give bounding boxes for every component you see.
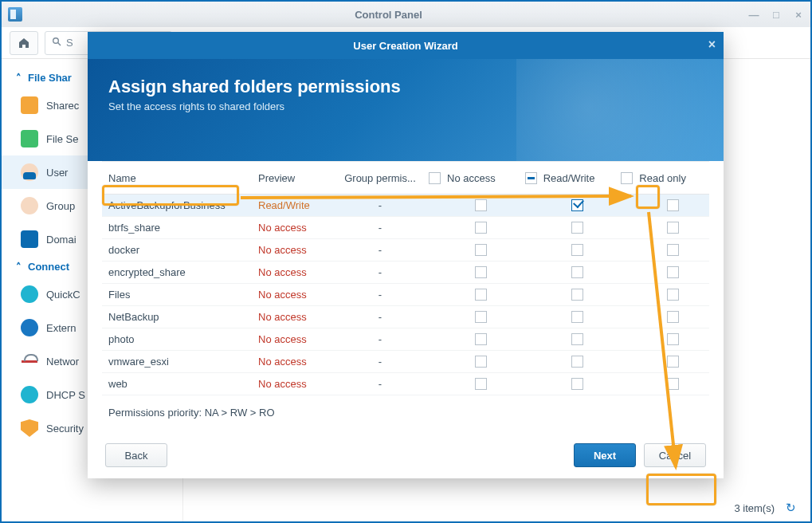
checkbox-read-only[interactable] [667, 311, 679, 323]
permissions-table: Name Preview Group permis... No access R… [88, 161, 724, 432]
checkbox-read-only[interactable] [667, 244, 679, 256]
close-window-button[interactable]: × [793, 9, 804, 21]
checkbox-read-only[interactable] [667, 356, 679, 368]
cell-group: - [339, 356, 421, 368]
permissions-note: Permissions priority: NA > RW > RO [102, 395, 709, 422]
cancel-button[interactable]: Cancel [644, 443, 706, 467]
cell-name: photo [102, 333, 258, 345]
cell-group: - [339, 199, 421, 211]
domain-icon [21, 230, 38, 248]
checkbox-no-access[interactable] [475, 244, 487, 256]
window-title: Control Panel [29, 9, 748, 21]
window-buttons: — □ × [748, 9, 804, 21]
checkbox-read-only[interactable] [667, 199, 679, 211]
checkbox-read-only[interactable] [667, 333, 679, 345]
close-icon[interactable]: × [708, 37, 716, 52]
checkbox-read-only[interactable] [667, 289, 679, 301]
footer: 3 item(s) ↻ [734, 501, 796, 515]
cell-group: - [339, 333, 421, 345]
checkbox-no-access[interactable] [475, 199, 487, 211]
col-read-only[interactable]: Read only [613, 172, 709, 184]
checkbox-read-write[interactable] [571, 356, 583, 368]
cell-preview: No access [258, 311, 339, 323]
cell-group: - [339, 378, 421, 390]
table-row[interactable]: ActiveBackupforBusinessRead/Write- [102, 195, 709, 217]
checkbox-read-write[interactable] [571, 378, 583, 390]
checkbox-read-only[interactable] [667, 378, 679, 390]
cell-group: - [339, 289, 421, 301]
table-header: Name Preview Group permis... No access R… [102, 161, 709, 195]
cell-name: NetBackup [102, 311, 258, 323]
cell-preview: No access [258, 356, 339, 368]
table-row[interactable]: btrfs_shareNo access- [102, 217, 709, 239]
home-icon [18, 37, 30, 49]
checkbox-read-write[interactable] [571, 222, 583, 234]
cell-group: - [339, 311, 421, 323]
cell-name: docker [102, 244, 258, 256]
checkbox-no-access[interactable] [475, 289, 487, 301]
dhcp-icon [21, 386, 38, 403]
modal-heading: Assign shared folders permissions [108, 77, 703, 97]
app-icon [8, 7, 22, 22]
checkbox-read-write[interactable] [571, 333, 583, 345]
table-row[interactable]: NetBackupNo access- [102, 306, 709, 328]
table-row[interactable]: webNo access- [102, 373, 709, 395]
checkbox-no-access[interactable] [475, 311, 487, 323]
col-no-access[interactable]: No access [421, 172, 517, 184]
titlebar: Control Panel — □ × [2, 2, 810, 27]
modal-hero: Assign shared folders permissions Set th… [88, 59, 724, 161]
table-row[interactable]: dockerNo access- [102, 239, 709, 262]
header-checkbox-ro[interactable] [621, 172, 633, 184]
checkbox-read-write[interactable] [571, 266, 583, 278]
user-icon [21, 163, 38, 181]
globe-icon [21, 319, 38, 336]
cell-group: - [339, 244, 421, 256]
refresh-button[interactable]: ↻ [786, 501, 796, 515]
col-read-write[interactable]: Read/Write [517, 172, 614, 184]
checkbox-no-access[interactable] [475, 222, 487, 234]
cell-preview: No access [258, 244, 339, 256]
cell-preview: No access [258, 333, 339, 345]
checkbox-read-write[interactable] [571, 244, 583, 256]
cell-preview: No access [258, 222, 339, 234]
cell-name: web [102, 378, 258, 390]
home-button[interactable] [10, 31, 38, 55]
checkbox-no-access[interactable] [475, 266, 487, 278]
quickconnect-icon [21, 285, 38, 303]
checkbox-no-access[interactable] [475, 356, 487, 368]
shield-icon [21, 419, 38, 437]
back-button[interactable]: Back [105, 443, 167, 467]
checkbox-read-only[interactable] [667, 266, 679, 278]
cell-name: vmware_esxi [102, 356, 258, 368]
table-row[interactable]: FilesNo access- [102, 284, 709, 306]
modal-subheading: Set the access rights to shared folders [108, 100, 703, 112]
checkbox-read-only[interactable] [667, 222, 679, 234]
checkbox-read-write[interactable] [571, 311, 583, 323]
table-row[interactable]: encrypted_shareNo access- [102, 262, 709, 284]
modal-titlebar: User Creation Wizard × [88, 32, 724, 59]
checkbox-read-write[interactable] [571, 289, 583, 301]
cell-preview: Read/Write [258, 199, 339, 211]
item-count: 3 item(s) [734, 502, 775, 514]
checkbox-read-write[interactable] [571, 199, 583, 211]
minimize-button[interactable]: — [748, 9, 759, 21]
col-name[interactable]: Name [102, 172, 258, 184]
header-checkbox-rw[interactable] [525, 172, 537, 184]
modal-footer: Back Next Cancel [88, 432, 724, 478]
next-button[interactable]: Next [574, 443, 636, 467]
table-row[interactable]: vmware_esxiNo access- [102, 351, 709, 373]
cell-group: - [339, 222, 421, 234]
cell-group: - [339, 266, 421, 278]
maximize-button[interactable]: □ [771, 9, 782, 21]
cell-name: encrypted_share [102, 266, 258, 278]
header-checkbox-na[interactable] [429, 172, 441, 184]
cell-preview: No access [258, 266, 339, 278]
group-icon [21, 197, 38, 214]
search-icon [52, 37, 61, 49]
checkbox-no-access[interactable] [475, 378, 487, 390]
col-preview[interactable]: Preview [258, 172, 339, 184]
checkbox-no-access[interactable] [475, 333, 487, 345]
table-row[interactable]: photoNo access- [102, 328, 709, 351]
cell-name: btrfs_share [102, 222, 258, 234]
col-group[interactable]: Group permis... [339, 172, 421, 184]
